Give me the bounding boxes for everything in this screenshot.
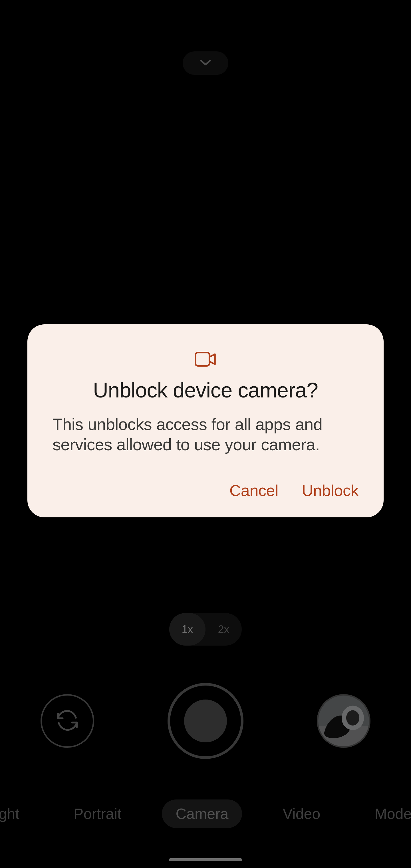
svg-rect-4	[195, 352, 210, 366]
unblock-camera-dialog: Unblock device camera? This unblocks acc…	[27, 324, 384, 517]
dialog-title: Unblock device camera?	[53, 378, 358, 402]
dialog-body: This unblocks access for all apps and se…	[53, 414, 358, 455]
dialog-actions: Cancel Unblock	[53, 481, 358, 500]
cancel-button[interactable]: Cancel	[229, 481, 278, 500]
unblock-button[interactable]: Unblock	[302, 481, 358, 500]
videocam-icon	[53, 351, 358, 368]
